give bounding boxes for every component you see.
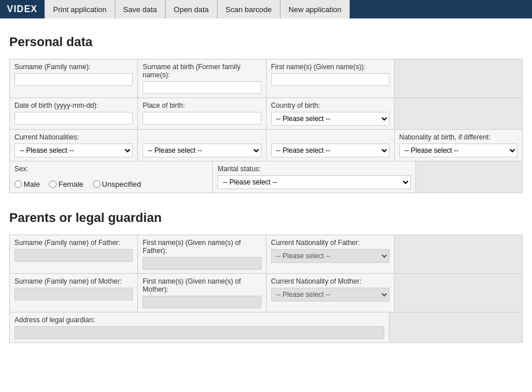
father-firstname-input[interactable] xyxy=(143,257,261,270)
radio-female[interactable] xyxy=(49,180,57,188)
father-firstname-cell: First name(s) (Given name(s) of Father): xyxy=(138,235,266,273)
navbar: VIDEX Print application Save data Open d… xyxy=(0,0,532,18)
mother-firstname-label: First name(s) (Given name(s) of Mother): xyxy=(143,277,261,293)
dob-input[interactable] xyxy=(14,112,133,125)
nationality-at-birth-select[interactable]: -- Please select -- xyxy=(399,144,518,157)
surname-cell: Surname (Family name): xyxy=(10,59,138,97)
radio-unspecified-label[interactable]: Unspecified xyxy=(93,180,141,189)
brand-logo: VIDEX xyxy=(0,4,44,14)
mother-firstname-input[interactable] xyxy=(143,296,261,308)
nationality-2-cell: -- Please select -- xyxy=(138,130,266,161)
nationality-at-birth-cell: Nationality at birth, if different: -- P… xyxy=(395,130,522,161)
dob-cell: Date of birth (yyyy-mm-dd): xyxy=(10,98,138,129)
empty-cell-6 xyxy=(389,312,522,342)
empty-cell-5 xyxy=(395,274,522,312)
radio-unspecified[interactable] xyxy=(93,180,100,188)
sex-cell: Sex: Male Female Unspecified xyxy=(10,161,213,193)
guardian-row: Address of legal guardian: xyxy=(9,312,523,343)
current-nationalities-cell: Current Nationalities: -- Please select … xyxy=(10,130,138,161)
name-row: Surname (Family name): Surname at birth … xyxy=(9,59,523,97)
dob-label: Date of birth (yyyy-mm-dd): xyxy=(14,101,133,110)
guardian-address-label: Address of legal guardian: xyxy=(14,316,384,324)
nationality-2-select[interactable]: -- Please select -- xyxy=(143,144,261,157)
mother-firstname-cell: First name(s) (Given name(s) of Mother): xyxy=(138,274,266,312)
parents-section: Parents or legal guardian Surname (Famil… xyxy=(9,210,523,343)
nav-buttons: Print application Save data Open data Sc… xyxy=(44,0,350,18)
father-surname-cell: Surname (Family name) of Father: xyxy=(10,235,138,273)
mother-surname-label: Surname (Family name) of Mother: xyxy=(14,277,133,285)
personal-data-title: Personal data xyxy=(9,35,523,50)
guardian-address-cell: Address of legal guardian: xyxy=(10,312,389,342)
surname-at-birth-input[interactable] xyxy=(143,81,261,94)
first-name-label: First name(s) (Given name(s)): xyxy=(271,63,389,71)
place-of-birth-input[interactable] xyxy=(143,112,261,125)
marital-status-label: Marital status: xyxy=(218,165,411,173)
sex-label: Sex: xyxy=(14,165,208,173)
dob-row: Date of birth (yyyy-mm-dd): Place of bir… xyxy=(9,97,523,129)
empty-cell-4 xyxy=(395,235,522,273)
marital-status-select[interactable]: -- Please select -- xyxy=(218,175,411,189)
sex-marital-row: Sex: Male Female Unspecified xyxy=(9,161,523,193)
nationalities-row: Current Nationalities: -- Please select … xyxy=(9,129,523,161)
new-application-button[interactable]: New application xyxy=(280,0,350,18)
mother-surname-input[interactable] xyxy=(14,288,133,300)
father-firstname-label: First name(s) (Given name(s) of Father): xyxy=(143,239,261,255)
father-surname-input[interactable] xyxy=(14,249,133,262)
mother-nationality-cell: Current Nationality of Mother: -- Please… xyxy=(267,274,395,312)
current-nationalities-label: Current Nationalities: xyxy=(14,133,133,141)
radio-unspecified-text: Unspecified xyxy=(102,180,141,189)
empty-cell-2 xyxy=(395,98,522,129)
print-application-button[interactable]: Print application xyxy=(44,0,115,18)
empty-cell-3 xyxy=(416,161,522,193)
father-nationality-select[interactable]: -- Please select -- xyxy=(271,249,389,263)
surname-input[interactable] xyxy=(14,73,133,86)
save-data-button[interactable]: Save data xyxy=(115,0,166,18)
radio-female-text: Female xyxy=(58,180,83,189)
mother-surname-cell: Surname (Family name) of Mother: xyxy=(10,274,138,312)
guardian-address-input[interactable] xyxy=(14,326,384,339)
scan-barcode-button[interactable]: Scan barcode xyxy=(217,0,280,18)
radio-male[interactable] xyxy=(14,180,22,188)
nationality-3-label xyxy=(271,133,389,141)
nationality-at-birth-label: Nationality at birth, if different: xyxy=(399,133,518,141)
father-nationality-cell: Current Nationality of Father: -- Please… xyxy=(267,235,395,273)
radio-female-label[interactable]: Female xyxy=(49,180,83,189)
personal-data-section: Personal data Surname (Family name): Sur… xyxy=(9,35,523,193)
father-surname-label: Surname (Family name) of Father: xyxy=(14,239,133,247)
main-content: Personal data Surname (Family name): Sur… xyxy=(0,18,532,372)
country-of-birth-cell: Country of birth: -- Please select -- xyxy=(267,98,395,129)
father-row: Surname (Family name) of Father: First n… xyxy=(9,235,523,273)
father-nationality-label: Current Nationality of Father: xyxy=(271,239,389,247)
nationality-1-select[interactable]: -- Please select -- xyxy=(14,144,133,157)
empty-cell-1 xyxy=(395,59,522,97)
radio-male-text: Male xyxy=(24,180,40,189)
surname-label: Surname (Family name): xyxy=(14,63,133,71)
nationality-3-cell: -- Please select -- xyxy=(267,130,395,161)
first-name-input[interactable] xyxy=(271,73,389,86)
radio-male-label[interactable]: Male xyxy=(14,180,40,189)
marital-status-cell: Marital status: -- Please select -- xyxy=(213,161,416,193)
surname-at-birth-label: Surname at birth (Former family name(s): xyxy=(143,63,261,79)
open-data-button[interactable]: Open data xyxy=(165,0,217,18)
place-of-birth-cell: Place of birth: xyxy=(138,98,266,129)
mother-row: Surname (Family name) of Mother: First n… xyxy=(9,273,523,312)
place-of-birth-label: Place of birth: xyxy=(143,101,261,110)
mother-nationality-select[interactable]: -- Please select -- xyxy=(271,288,389,301)
country-of-birth-label: Country of birth: xyxy=(271,101,389,110)
surname-at-birth-cell: Surname at birth (Former family name(s): xyxy=(138,59,266,97)
sex-radio-group: Male Female Unspecified xyxy=(14,175,208,189)
parents-title: Parents or legal guardian xyxy=(9,210,523,225)
first-name-cell: First name(s) (Given name(s)): xyxy=(267,59,395,97)
nationality-2-label xyxy=(143,133,261,141)
mother-nationality-label: Current Nationality of Mother: xyxy=(271,277,389,285)
nationality-3-select[interactable]: -- Please select -- xyxy=(271,144,389,157)
country-of-birth-select[interactable]: -- Please select -- xyxy=(271,112,389,126)
